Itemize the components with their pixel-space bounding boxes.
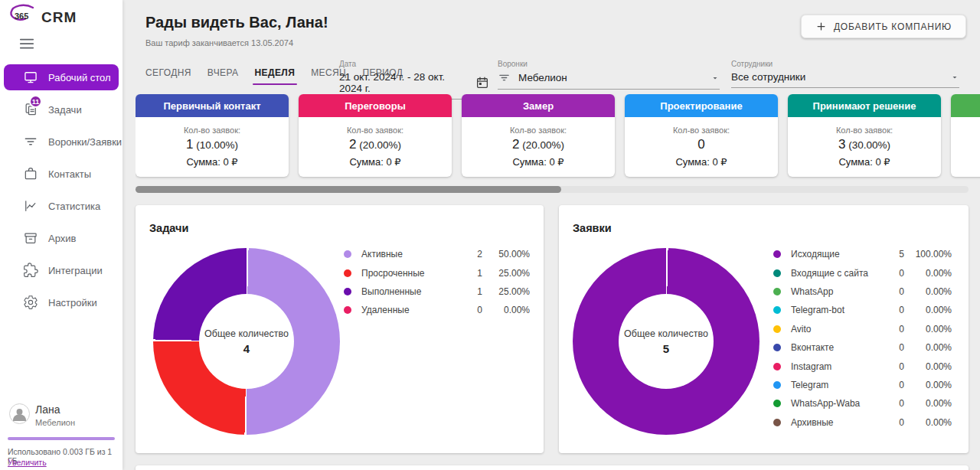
legend-label: WhatsApp: [791, 286, 881, 297]
legend-item[interactable]: Instagram 0 0.00%: [773, 357, 952, 375]
legend-item[interactable]: Исходящие 5 100.00%: [773, 245, 952, 263]
sidebar: 365 CRM Рабочий стол: [0, 0, 122, 470]
donut-center-label: Общее количество: [204, 328, 289, 339]
legend-item[interactable]: Выполненные 1 25.00%: [344, 282, 530, 301]
page-title: Рады видеть Вас, Лана!: [145, 14, 328, 31]
sidebar-item-label: Настройки: [48, 297, 97, 308]
funnels-field-label: Воронки: [498, 60, 720, 68]
sidebar-item-tasks[interactable]: 11 Задачи: [0, 93, 122, 126]
employees-selected-value: Все сотрудники: [731, 71, 805, 83]
legend-item[interactable]: Активные 2 50.00%: [344, 245, 530, 263]
stats-icon: [23, 198, 38, 214]
legend-label: Архивные: [791, 417, 881, 428]
calendar-icon[interactable]: [475, 76, 489, 90]
legend-count: 1: [459, 286, 482, 297]
legend-color-dot: [344, 306, 351, 314]
sidebar-item-archive[interactable]: Архив: [0, 222, 122, 254]
legend-label: Telegram-bot: [791, 305, 881, 315]
tasks-legend: Активные 2 50.00% Просроченные 1 25.00% …: [344, 245, 530, 320]
tasks-icon: 11: [23, 102, 38, 117]
stage-card-partial[interactable]: [951, 94, 980, 177]
svg-text:365: 365: [15, 11, 28, 21]
add-company-button[interactable]: ДОБАВИТЬ КОМПАНИЮ: [801, 15, 966, 38]
menu-toggle-icon[interactable]: [18, 37, 35, 51]
employees-field-label: Сотрудники: [731, 60, 959, 68]
tab-today[interactable]: СЕГОДНЯ: [145, 67, 191, 85]
stage-count: 1 (10.00%): [136, 137, 289, 152]
legend-color-dot: [344, 269, 351, 277]
legend-color-dot: [773, 344, 781, 351]
legend-count: 0: [881, 380, 904, 390]
legend-count: 0: [881, 286, 904, 297]
legend-count: 0: [881, 324, 904, 335]
legend-pct: 0.00%: [904, 324, 952, 335]
storage-upgrade-link[interactable]: Увеличить: [8, 458, 47, 467]
employees-select[interactable]: Все сотрудники: [731, 71, 959, 88]
legend-label: Avito: [791, 324, 881, 335]
legend-label: Входящие с сайта: [791, 268, 881, 279]
legend-pct: 0.00%: [904, 305, 952, 315]
legend-item[interactable]: Архивные 0 0.00%: [773, 413, 952, 432]
legend-item[interactable]: Просроченные 1 25.00%: [344, 263, 530, 282]
legend-count: 0: [881, 268, 904, 279]
user-avatar[interactable]: [9, 403, 30, 424]
sidebar-item-funnels[interactable]: Воронки/Заявки: [0, 126, 122, 158]
stage-header: Проектирование: [625, 94, 778, 117]
sidebar-item-label: Контакты: [48, 168, 91, 180]
legend-item[interactable]: WhatsApp-Waba 0 0.00%: [773, 394, 952, 413]
legend-color-dot: [773, 419, 781, 426]
funnel-filter-icon: [498, 71, 511, 84]
legend-item[interactable]: Вконтакте 0 0.00%: [773, 338, 952, 357]
stage-card-design[interactable]: Проектирование Кол-во заявок: 0 Сумма: 0…: [625, 94, 778, 177]
legend-pct: 0.00%: [904, 380, 952, 390]
legend-color-dot: [773, 325, 781, 333]
sidebar-item-statistics[interactable]: Статистика: [0, 190, 122, 222]
legend-color-dot: [773, 269, 781, 277]
bag-icon: [23, 166, 38, 181]
stages-scrollbar-thumb[interactable]: [136, 186, 561, 193]
legend-item[interactable]: Telegram 0 0.00%: [773, 376, 952, 394]
leads-donut-chart: Общее количество 5: [573, 248, 760, 435]
legend-pct: 100.00%: [904, 249, 952, 259]
sidebar-item-label: Задачи: [48, 104, 82, 116]
user-name: Лана: [35, 403, 60, 416]
funnels-select[interactable]: Мебелион: [498, 71, 720, 90]
legend-count: 0: [881, 398, 904, 409]
sidebar-nav: Рабочий стол 11 Задачи: [0, 61, 122, 318]
stage-count-label: Кол-во заявок:: [788, 126, 941, 135]
tasks-chart-title: Задачи: [149, 222, 188, 234]
stage-count: 2 (20.00%): [462, 137, 615, 152]
sidebar-item-contacts[interactable]: Контакты: [0, 158, 122, 190]
tasks-chart-card: Задачи Общее количество 4 Активные 2 50.…: [136, 205, 544, 453]
stages-scrollbar-track[interactable]: [136, 186, 969, 193]
legend-color-dot: [773, 306, 781, 314]
legend-label: Telegram: [791, 380, 881, 390]
tariff-notice: Ваш тариф заканчивается 13.05.2074: [145, 38, 293, 47]
sidebar-item-integrations[interactable]: Интеграции: [0, 254, 122, 286]
chevron-down-icon: [950, 73, 959, 82]
leads-chart-title: Заявки: [573, 222, 612, 234]
legend-item[interactable]: Входящие с сайта 0 0.00%: [773, 263, 952, 282]
legend-item[interactable]: Удаленные 0 0.00%: [344, 301, 530, 319]
legend-item[interactable]: Avito 0 0.00%: [773, 320, 952, 338]
legend-item[interactable]: WhatsApp 0 0.00%: [773, 282, 952, 301]
stage-header: Замер: [462, 94, 615, 117]
stage-card-negotiations[interactable]: Переговоры Кол-во заявок: 2 (20.00%) Сум…: [299, 94, 452, 177]
stage-sum: Сумма: 0 ₽: [299, 156, 452, 168]
stage-card-measurement[interactable]: Замер Кол-во заявок: 2 (20.00%) Сумма: 0…: [462, 94, 615, 177]
tab-week[interactable]: НЕДЕЛЯ: [255, 67, 296, 85]
leads-donut-center: Общее количество 5: [619, 294, 714, 389]
legend-label: Просроченные: [361, 268, 459, 279]
stage-count: 2 (20.00%): [299, 137, 452, 152]
legend-item[interactable]: Telegram-bot 0 0.00%: [773, 301, 952, 319]
sidebar-item-settings[interactable]: Настройки: [0, 286, 122, 318]
stage-count-label: Кол-во заявок:: [625, 126, 778, 135]
stage-count-label: Кол-во заявок:: [462, 126, 615, 135]
tasks-donut-center: Общее количество 4: [199, 294, 294, 389]
sidebar-item-desktop[interactable]: Рабочий стол: [4, 64, 119, 90]
tab-yesterday[interactable]: ВЧЕРА: [207, 67, 239, 85]
stage-card-deciding[interactable]: Принимают решение Кол-во заявок: 3 (30.0…: [788, 94, 941, 177]
stage-card-primary-contact[interactable]: Первичный контакт Кол-во заявок: 1 (10.0…: [136, 94, 289, 177]
legend-color-dot: [773, 250, 781, 258]
funnel-icon: [23, 134, 38, 149]
